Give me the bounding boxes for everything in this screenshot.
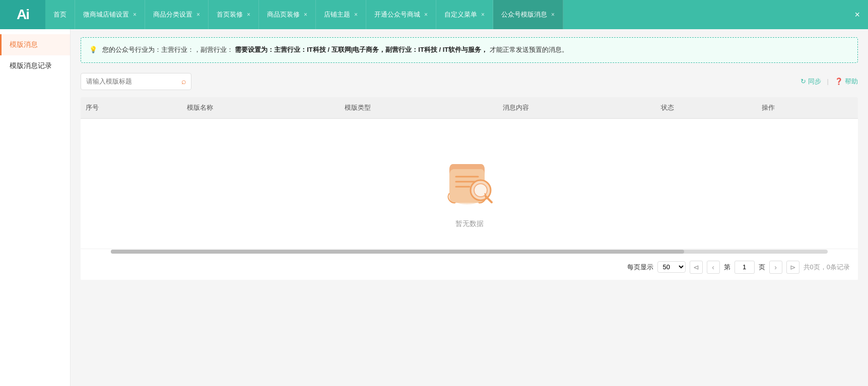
page-unit: 页 xyxy=(759,263,765,272)
empty-text: 暂无数据 xyxy=(455,219,484,228)
col-header-type: 模版类型 xyxy=(340,97,498,119)
search-actions: ↻ 同步 | ❓ 帮助 xyxy=(800,77,858,86)
data-table: 序号模版名称模版类型消息内容状态操作 xyxy=(81,97,858,119)
nav-tab-close-3[interactable]: × xyxy=(247,11,250,18)
nav-tab-close-4[interactable]: × xyxy=(304,11,307,18)
notice-highlight: 需要设置为：主营行业：IT科技 / 互联网|电子商务，副营行业：IT科技 / I… xyxy=(235,46,488,53)
sidebar-item-0[interactable]: 模版消息 xyxy=(0,34,70,55)
divider: | xyxy=(827,78,829,85)
nav-tabs: 首页微商城店铺设置×商品分类设置×首页装修×商品页装修×店铺主题×开通公众号商城… xyxy=(45,0,846,29)
search-input-wrap: ⌕ xyxy=(81,73,191,90)
search-input[interactable] xyxy=(81,73,191,90)
pagination: 每页显示 50 10 20 100 ⊲ ‹ 第 页 › ⊳ 共0页，0条记录 xyxy=(81,255,858,280)
scroll-bar-area[interactable] xyxy=(81,249,858,255)
col-header-name: 模版名称 xyxy=(182,97,340,119)
first-page-button[interactable]: ⊲ xyxy=(690,261,703,274)
sidebar: 模版消息模版消息记录 xyxy=(0,29,71,386)
nav-tab-3[interactable]: 首页装修× xyxy=(209,0,259,29)
prev-page-button[interactable]: ‹ xyxy=(707,261,720,274)
search-bar: ⌕ ↻ 同步 | ❓ 帮助 xyxy=(81,73,858,90)
nav-tab-5[interactable]: 店铺主题× xyxy=(316,0,366,29)
total-info: 共0页，0条记录 xyxy=(804,263,850,272)
nav-tab-0[interactable]: 首页 xyxy=(45,0,75,29)
page-word: 第 xyxy=(724,263,730,272)
scroll-track[interactable] xyxy=(111,250,828,254)
nav-tab-6[interactable]: 开通公众号商城× xyxy=(366,0,436,29)
nav-tab-close-7[interactable]: × xyxy=(481,11,485,18)
col-header-content: 消息内容 xyxy=(498,97,656,119)
main-layout: 模版消息模版消息记录 💡 您的公众号行业为：主营行业：，副营行业： 需要设置为：… xyxy=(0,29,868,386)
nav-tab-1[interactable]: 微商城店铺设置× xyxy=(75,0,145,29)
page-size-select[interactable]: 50 10 20 100 xyxy=(657,261,686,273)
col-header-index: 序号 xyxy=(81,97,182,119)
nav-tab-close-8[interactable]: × xyxy=(551,11,555,18)
sync-button[interactable]: ↻ 同步 xyxy=(800,77,821,86)
close-all-button[interactable]: × xyxy=(846,0,868,29)
help-button[interactable]: ❓ 帮助 xyxy=(835,77,858,86)
table-container: 序号模版名称模版类型消息内容状态操作 xyxy=(81,97,858,280)
logo: Ai xyxy=(0,0,45,29)
empty-icon xyxy=(439,149,500,209)
help-label: 帮助 xyxy=(845,77,858,86)
sync-icon: ↻ xyxy=(800,78,806,85)
lightbulb-icon: 💡 xyxy=(89,46,97,53)
page-size-label: 每页显示 xyxy=(627,263,653,272)
empty-state: 暂无数据 xyxy=(81,119,858,249)
table-header: 序号模版名称模版类型消息内容状态操作 xyxy=(81,97,858,119)
help-icon: ❓ xyxy=(835,78,843,85)
page-number-input[interactable] xyxy=(735,261,755,274)
nav-tab-4[interactable]: 商品页装修× xyxy=(259,0,316,29)
nav-tab-7[interactable]: 自定义菜单× xyxy=(436,0,493,29)
notice-box: 💡 您的公众号行业为：主营行业：，副营行业： 需要设置为：主营行业：IT科技 /… xyxy=(81,37,858,63)
nav-tab-2[interactable]: 商品分类设置× xyxy=(145,0,209,29)
col-header-action: 操作 xyxy=(757,97,858,119)
scroll-thumb[interactable] xyxy=(111,250,684,254)
notice-prefix: 您的公众号行业为：主营行业：，副营行业： xyxy=(102,46,233,53)
nav-tab-8[interactable]: 公众号模版消息× xyxy=(493,0,563,29)
nav-tab-close-2[interactable]: × xyxy=(196,11,200,18)
nav-tab-close-5[interactable]: × xyxy=(354,11,358,18)
notice-suffix: 才能正常发送预置的消息。 xyxy=(490,46,568,53)
sidebar-item-1[interactable]: 模版消息记录 xyxy=(0,55,70,76)
top-nav: Ai 首页微商城店铺设置×商品分类设置×首页装修×商品页装修×店铺主题×开通公众… xyxy=(0,0,868,29)
col-header-status: 状态 xyxy=(656,97,757,119)
last-page-button[interactable]: ⊳ xyxy=(786,261,799,274)
content-area: 💡 您的公众号行业为：主营行业：，副营行业： 需要设置为：主营行业：IT科技 /… xyxy=(71,29,868,386)
next-page-button[interactable]: › xyxy=(769,261,782,274)
sync-label: 同步 xyxy=(808,77,821,86)
search-icon[interactable]: ⌕ xyxy=(181,77,186,86)
nav-tab-close-1[interactable]: × xyxy=(133,11,137,18)
nav-tab-close-6[interactable]: × xyxy=(424,11,428,18)
